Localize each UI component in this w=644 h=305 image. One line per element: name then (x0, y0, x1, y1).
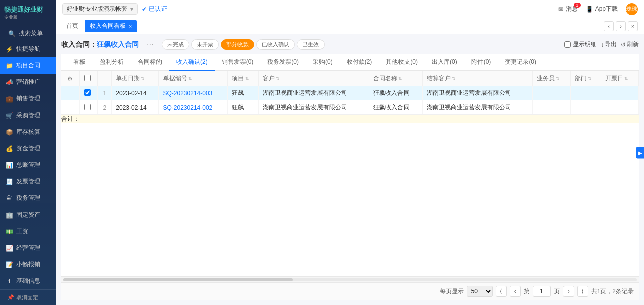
tab-home[interactable]: 首页 (62, 20, 83, 32)
horizontal-scrollbar[interactable] (61, 276, 639, 282)
sort-icon-customer[interactable]: ⇅ (276, 76, 280, 81)
row-checkbox-1[interactable] (84, 104, 91, 110)
tab-next-btn[interactable]: › (616, 21, 626, 31)
th-invoice_date[interactable]: 开票日⇅ (601, 71, 639, 86)
scrollbar-thumb[interactable] (63, 278, 293, 281)
sub-tab-6[interactable]: 采购(0) (306, 54, 340, 71)
sub-tab-5[interactable]: 税务发票(0) (260, 54, 306, 71)
th-settle_customer[interactable]: 结算客户⇅ (422, 71, 533, 86)
sort-icon-contract_name[interactable]: ⇅ (398, 76, 403, 81)
sort-icon-invoice_date[interactable]: ⇅ (624, 76, 628, 81)
th-doc_no[interactable]: 单据编号⇅ (158, 71, 228, 86)
right-annotation-panel[interactable]: ▶ (636, 147, 644, 158)
sidebar-logo: 畅捷通好业财 专业版 (0, 0, 56, 26)
table-row[interactable]: 12023-02-14SQ-20230214-003狂飙湖南卫视商业运营发展有限… (61, 86, 639, 100)
nav-label-1: 营销推广 (16, 78, 40, 86)
sub-tab-10[interactable]: 附件(0) (464, 54, 498, 71)
sidebar-search[interactable]: 🔍 搜索菜单 (0, 26, 56, 41)
sidebar-item-8[interactable]: 🏛税务管理 (0, 190, 56, 207)
page-size-select[interactable]: 2050100 (467, 286, 493, 297)
sidebar-item-1[interactable]: 📣营销推广 (0, 74, 56, 90)
next-page-btn[interactable]: › (563, 286, 574, 297)
settings-icon[interactable]: ⚙ (67, 75, 73, 82)
select-all-checkbox[interactable] (84, 75, 91, 81)
cell-doc_no[interactable]: SQ-20230214-003 (158, 86, 228, 100)
display-detail-checkbox[interactable]: 显示明细 (564, 40, 597, 49)
company-selector[interactable]: 好业财专业版演示帐套 ▾ (62, 3, 138, 15)
sub-tab-0[interactable]: 看板 (66, 54, 93, 71)
sub-tab-7[interactable]: 收付款(2) (340, 54, 379, 71)
sort-icon-sales_rep[interactable]: ⇅ (556, 76, 560, 81)
status-btn-4[interactable]: 已生效 (297, 39, 325, 50)
sidebar-pin-toggle[interactable]: 📌 取消固定 (0, 289, 56, 305)
page-suffix: 页 (554, 287, 560, 296)
export-btn[interactable]: ↓ 导出 (601, 40, 617, 49)
detail-checkbox-input[interactable] (564, 41, 571, 48)
sidebar-item-5[interactable]: 💰资金管理 (0, 140, 56, 157)
th-contract_name[interactable]: 合同名称⇅ (369, 71, 422, 86)
th-date[interactable]: 单据日期⇅ (112, 71, 158, 86)
row-checkbox-0[interactable] (84, 89, 91, 96)
sidebar-item-6[interactable]: 📊总账管理 (0, 157, 56, 173)
tab-prev-btn[interactable]: ‹ (604, 21, 614, 31)
more-options-btn[interactable]: ··· (145, 40, 155, 49)
sidebar-item-quick-nav[interactable]: ⚡ 快捷导航 (0, 41, 56, 57)
th-sales_rep[interactable]: 业务员⇅ (533, 71, 571, 86)
sidebar-item-7[interactable]: 🧾发票管理 (0, 173, 56, 190)
cell-contract_name: 狂飙收入合同 (369, 100, 422, 115)
table-row[interactable]: 22023-02-14SQ-20230214-002狂飙湖南卫视商业运营发展有限… (61, 100, 639, 115)
cell-doc_no[interactable]: SQ-20230214-002 (158, 100, 228, 115)
page-label: 第 (524, 287, 530, 296)
status-btn-2[interactable]: 部分收款 (221, 39, 254, 50)
messages-btn[interactable]: ✉ 1 消息 (558, 5, 578, 13)
sub-tab-4[interactable]: 销售发票(0) (215, 54, 261, 71)
sort-icon-department[interactable]: ⇅ (588, 76, 592, 81)
sort-icon-date[interactable]: ⇅ (141, 76, 145, 81)
cell-sales_rep (533, 86, 571, 100)
table-wrapper[interactable]: ⚙单据日期⇅单据编号⇅项目⇅客户⇅合同名称⇅结算客户⇅业务员⇅部门⇅开票日⇅ 1… (61, 71, 639, 276)
app-download-btn[interactable]: 📱 App下载 (586, 5, 618, 13)
sidebar-item-2[interactable]: 💼销售管理 (0, 90, 56, 107)
close-tab-btn[interactable]: × (129, 23, 132, 29)
sort-icon-doc_no[interactable]: ⇅ (188, 76, 192, 81)
prev-page-btn[interactable]: ‹ (510, 286, 521, 297)
sub-tab-8[interactable]: 其他收支(0) (379, 54, 425, 71)
sidebar-item-11[interactable]: 📈经营管理 (0, 240, 56, 256)
nav-label-6: 总账管理 (16, 161, 40, 169)
first-page-btn[interactable]: ⟨ (496, 286, 507, 297)
sidebar-item-0[interactable]: 📁项目合同 (0, 57, 56, 74)
cell-checkbox (79, 100, 98, 115)
nav-label-5: 资金管理 (16, 144, 40, 153)
sidebar-item-13[interactable]: ℹ基础信息 (0, 273, 56, 289)
sidebar-item-3[interactable]: 🛒采购管理 (0, 107, 56, 124)
status-btn-0[interactable]: 未完成 (162, 39, 189, 50)
sidebar-item-9[interactable]: 🏢固定资产 (0, 207, 56, 223)
sort-icon-settle_customer[interactable]: ⇅ (452, 76, 456, 81)
status-btn-1[interactable]: 未开票 (191, 39, 219, 50)
sidebar-item-12[interactable]: 📝小畅报销 (0, 256, 56, 273)
sub-tab-11[interactable]: 变更记录(0) (498, 54, 543, 71)
sub-tab-3[interactable]: 收入确认(2) (169, 54, 215, 71)
tab-close-all-btn[interactable]: × (628, 21, 638, 31)
refresh-btn[interactable]: ↺ 刷新 (621, 40, 639, 49)
sub-tab-2[interactable]: 合同标的 (131, 54, 169, 71)
search-label: 搜索菜单 (19, 29, 43, 38)
sort-icon-project[interactable]: ⇅ (245, 76, 249, 81)
page-input[interactable] (533, 286, 551, 297)
col-label-customer: 客户 (263, 74, 275, 83)
nav-label-7: 发票管理 (16, 177, 40, 186)
page-actions: 显示明细 ↓ 导出 ↺ 刷新 (564, 40, 639, 49)
sidebar-item-10[interactable]: 💵工资 (0, 223, 56, 240)
user-avatar-btn[interactable]: 珠珠 (626, 3, 638, 15)
sub-tab-1[interactable]: 盈利分析 (93, 54, 131, 71)
tab-active[interactable]: 收入合同看板 × (85, 20, 137, 32)
status-btn-3[interactable]: 已收入确认 (256, 39, 295, 50)
doc-link-0[interactable]: SQ-20230214-003 (163, 90, 213, 97)
sidebar-item-4[interactable]: 📦库存核算 (0, 124, 56, 140)
th-customer[interactable]: 客户⇅ (258, 71, 369, 86)
last-page-btn[interactable]: ⟩ (577, 286, 588, 297)
doc-link-1[interactable]: SQ-20230214-002 (163, 104, 213, 111)
th-department[interactable]: 部门⇅ (571, 71, 601, 86)
th-project[interactable]: 项目⇅ (228, 71, 259, 86)
sub-tab-9[interactable]: 出入库(0) (425, 54, 464, 71)
